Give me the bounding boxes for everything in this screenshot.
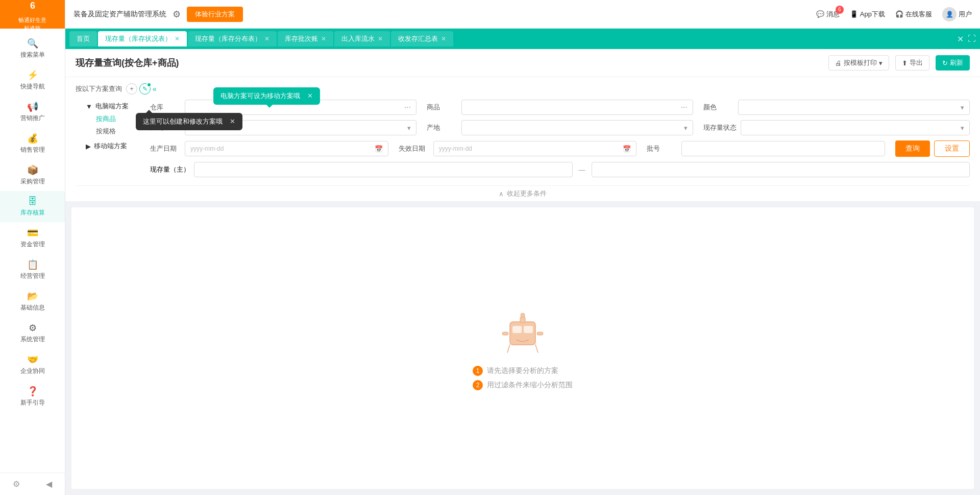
filter-arrow-btn[interactable]: « [153,85,157,93]
sidebar-item-finance[interactable]: 💳 资金管理 [0,222,65,254]
newbie-icon: ❓ [27,386,38,397]
print-dropdown-icon: ▾ [879,59,883,67]
tab-close-all-btn[interactable]: ✕ [957,34,964,44]
stock-qty-min[interactable] [194,162,573,177]
edit-scheme-btn[interactable]: ✎ [139,83,151,95]
header-right: 💬 消息 6 📱 App下载 🎧 在线客服 👤 用户 [816,7,972,21]
goods-select[interactable]: ··· [461,100,693,115]
settings-bottom-btn[interactable]: ⚙ [13,479,20,489]
tab-recv-summary-label: 收发存汇总表 [398,34,438,43]
scheme-item-spec[interactable]: 按规格 [86,125,142,137]
sidebar-label-operation: 经营管理 [20,272,45,280]
sidebar-item-newbie[interactable]: ❓ 新手引导 [0,381,65,412]
stock-status-select[interactable]: ▾ [741,120,970,135]
sidebar-item-marketing[interactable]: 📢 营销推广 [0,96,65,128]
app-download-btn[interactable]: 📱 App下载 [850,10,885,19]
tab-inventory-status-label: 现存量（库存状况表） [105,34,172,43]
scheme-list: ▼ 电脑端方案 按商品 按规格 ▶ 移动端方案 [76,100,142,153]
scheme-group-mobile-title[interactable]: ▶ 移动端方案 [86,139,142,153]
user-btn[interactable]: 👤 用户 [942,7,972,21]
tab-inout-flow-close[interactable]: ✕ [378,35,383,42]
sidebar-item-sales[interactable]: 💰 销售管理 [0,128,65,159]
sales-icon: 💰 [27,133,38,144]
svg-text:6: 6 [30,1,35,11]
filter-fields: 仓库 ··· 商品 ··· [150,100,970,181]
sidebar-label-guide: 快捷导航 [20,82,45,91]
color-dropdown-icon: ▾ [961,104,964,111]
export-label: 导出 [910,58,923,67]
tab-inventory-status-close[interactable]: ✕ [175,35,180,42]
sidebar-logo: 6 畅通好生意 标准版 [0,0,65,29]
print-btn[interactable]: 🖨 按模板打印 ▾ [828,55,889,70]
exp-date-label: 失效日期 [399,144,429,153]
collapse-icon: ∧ [499,190,504,198]
sidebar-item-enterprise[interactable]: 🤝 企业协同 [0,349,65,381]
message-btn[interactable]: 💬 消息 6 [816,10,840,19]
scheme-item-goods[interactable]: 按商品 [86,113,142,125]
scheme-group-pc-title[interactable]: ▼ 电脑端方案 [86,100,142,113]
add-scheme-btn[interactable]: + [126,83,137,95]
header-settings-icon[interactable]: ⚙ [173,9,181,20]
sidebar-item-operation[interactable]: 📋 经营管理 [0,254,65,286]
sidebar-item-guide[interactable]: ⚡ 快捷导航 [0,64,65,96]
tab-maximize-btn[interactable]: ⛶ [968,34,976,43]
service-btn[interactable]: 🎧 在线客服 [895,10,932,19]
page-actions: 🖨 按模板打印 ▾ ⬆ 导出 ↻ 刷新 [828,55,970,70]
export-btn[interactable]: ⬆ 导出 [895,55,929,70]
sidebar-label-newbie: 新手引导 [20,398,45,407]
refresh-icon: ↻ [942,59,948,67]
origin-dropdown-icon: ▾ [684,124,688,132]
header-left: 装备及固定资产辅助管理系统 ⚙ 体验行业方案 [74,7,243,22]
sidebar-item-purchase[interactable]: 📦 采购管理 [0,159,65,191]
goods-dots[interactable]: ··· [681,103,688,112]
size-dropdown-icon: ▾ [407,124,411,132]
color-select[interactable]: ▾ [738,100,970,115]
scheme-pc-label: 电脑端方案 [95,102,129,111]
empty-illustration [497,307,548,358]
operation-icon: 📋 [27,259,38,270]
filter-origin-row: 产地 ▾ [427,120,693,135]
warehouse-dots[interactable]: ··· [404,103,411,112]
svg-rect-8 [537,332,543,335]
sidebar-item-inventory[interactable]: 🗄 库存核算 [0,191,65,222]
exp-date-calendar-icon2: 📅 [623,145,631,153]
tooltip-create-close[interactable]: ✕ [230,117,235,125]
empty-tips: 1 请先选择要分析的方案 2 用过滤条件来缩小分析范围 [473,366,573,390]
collapse-filter-btn[interactable]: ∧ 收起更多条件 [76,185,970,201]
tab-inventory-dist[interactable]: 现存量（库存分布表） ✕ [188,31,277,46]
tab-inventory-dist-close[interactable]: ✕ [264,35,270,42]
prod-date-start[interactable]: yyyy-mm-dd 📅 [185,141,388,156]
tab-inventory-dist-label: 现存量（库存分布表） [195,34,261,43]
svg-rect-4 [524,326,533,333]
stock-status-dropdown-icon: ▾ [961,124,964,132]
exp-date-start[interactable]: yyyy-mm-dd 📅 [433,141,637,156]
tab-batch-ledger[interactable]: 库存批次账 ✕ [278,31,333,46]
tab-recv-summary-close[interactable]: ✕ [441,35,446,42]
query-btn[interactable]: 查询 [895,140,930,157]
origin-select[interactable]: ▾ [461,120,693,135]
sidebar: 6 畅通好生意 标准版 🔍 搜索菜单 ⚡ 快捷导航 📢 营销推广 💰 销售管理 … [0,0,65,495]
tip-num-1: 1 [473,366,483,376]
color-label: 颜色 [703,103,734,112]
tab-recv-summary[interactable]: 收发存汇总表 ✕ [391,31,453,46]
sidebar-item-basic[interactable]: 📂 基础信息 [0,286,65,317]
batch-input[interactable] [681,141,885,156]
tab-inventory-status[interactable]: 现存量（库存状况表） ✕ [98,31,187,46]
collapse-sidebar-btn[interactable]: ◀ [46,479,52,489]
refresh-btn[interactable]: ↻ 刷新 [936,55,970,70]
enterprise-icon: 🤝 [27,354,38,365]
tab-home[interactable]: 首页 [69,31,97,46]
sidebar-item-search[interactable]: 🔍 搜索菜单 [0,33,65,64]
sidebar-item-system[interactable]: ⚙ 系统管理 [0,317,65,349]
empty-tip-2: 2 用过滤条件来缩小分析范围 [473,380,573,390]
tab-inout-flow[interactable]: 出入库流水 ✕ [334,31,390,46]
tooltip-scheme-close[interactable]: ✕ [307,92,313,100]
set-btn[interactable]: 设置 [934,140,970,157]
stock-qty-max[interactable] [592,162,970,177]
origin-label: 产地 [427,123,457,132]
tab-batch-ledger-close[interactable]: ✕ [321,35,326,42]
industry-btn[interactable]: 体验行业方案 [187,7,243,22]
service-icon: 🎧 [895,10,903,18]
collapse-label: 收起更多条件 [507,189,547,198]
filter-stock-qty-row: 现存量（主） — [150,162,970,177]
